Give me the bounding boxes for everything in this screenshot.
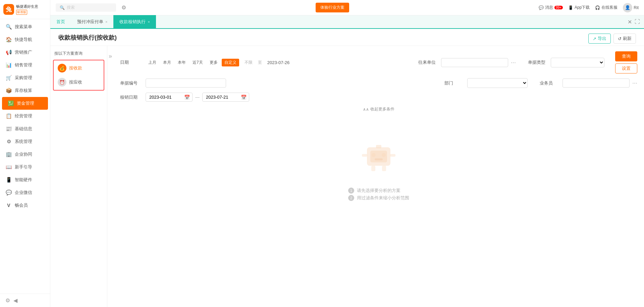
settings-btn[interactable]: 设置 (615, 63, 637, 73)
sidebar-item-guide[interactable]: 📖 新手引导 (0, 161, 50, 173)
sidebar-item-purchase[interactable]: 🛒 采购管理 (0, 71, 50, 84)
dept-select[interactable] (467, 78, 528, 88)
refresh-icon: ↺ (618, 36, 622, 41)
user-name: Rit (634, 5, 639, 10)
filter-option-receipt[interactable]: 💰 按收款 (55, 62, 102, 74)
date-btn-custom[interactable]: 自定义 (222, 59, 239, 66)
receivable-icon: ⏰ (58, 78, 66, 87)
quick-nav-icon: 🏠 (5, 37, 12, 43)
sidebar-label-wechat: 企业微信 (15, 190, 32, 196)
query-btn[interactable]: 查询 (615, 51, 637, 61)
date-value: 2023-07-26 (267, 60, 290, 65)
svg-rect-8 (371, 166, 375, 171)
calendar-start-icon[interactable]: 📅 (184, 95, 190, 100)
tab1-close-icon[interactable]: × (105, 20, 107, 24)
main-area: 🔍 搜索 ⚙ 体验行业方案 💬 消息 99+ 📱 App下载 🎧 在线客服 👤 … (50, 0, 644, 307)
sidebar-item-marketing[interactable]: 📢 营销推广 (0, 46, 50, 59)
filter-option-receivable[interactable]: ⏰ 按应收 (55, 76, 102, 89)
sidebar-item-finance[interactable]: 💹 资金管理 (2, 97, 48, 110)
date-btn-7days[interactable]: 近7天 (190, 59, 206, 66)
writeoff-end-wrap: 📅 (202, 93, 249, 102)
sidebar-item-sales[interactable]: 📊 销售管理 (0, 59, 50, 71)
sidebar-item-wechat[interactable]: 💬 企业微信 (0, 186, 50, 199)
sidebar-label-marketing: 营销推广 (15, 49, 32, 55)
doc-type-field-wrap: 单据类型 (528, 58, 604, 67)
page-actions: ↗ 导出 ↺ 刷新 (588, 34, 636, 44)
doc-no-input[interactable] (146, 79, 226, 88)
sidebar: 兔 畅捷通好生意 标准版 🔍 搜索菜单 🏠 快捷导航 📢 营销推广 📊 销售管理… (0, 0, 50, 307)
query-form: 日期 上月 本月 本年 近7天 更多 自定义 不限 至 2023-07-26 往… (113, 46, 644, 307)
tab-home[interactable]: 首页 (50, 15, 71, 29)
empty-state: 1 请先选择要分析的方案 2 用过滤条件来缩小分析范围 (120, 115, 637, 222)
sidebar-item-basic-info[interactable]: 📰 基础信息 (0, 122, 50, 135)
sidebar-item-search-menu[interactable]: 🔍 搜索菜单 (0, 20, 50, 33)
date-quick-btns: 上月 本月 本年 近7天 更多 自定义 (146, 59, 239, 66)
calendar-end-icon[interactable]: 📅 (241, 95, 247, 100)
page-title: 收款核销执行(按收款) (58, 34, 636, 42)
collapse-sidebar-icon[interactable]: ◀ (13, 297, 17, 304)
sidebar-item-enterprise[interactable]: 🏢 企业协同 (0, 148, 50, 161)
staff-more-icon[interactable]: ··· (632, 80, 637, 87)
doc-type-select[interactable] (551, 58, 604, 67)
sidebar-label-operations: 经营管理 (15, 113, 32, 119)
sidebar-item-smart-hw[interactable]: 📱 智能硬件 (0, 173, 50, 186)
tabs-actions: ✕ ⛶ (628, 19, 644, 25)
party-input[interactable] (441, 58, 508, 67)
filter-row-2: 单据编号 部门 业务员 ··· (120, 78, 637, 88)
close-window-icon[interactable]: ✕ (628, 19, 632, 25)
search-placeholder: 搜索 (67, 5, 75, 10)
logo-icon: 兔 (3, 4, 14, 15)
user-area[interactable]: 👤 Rit (623, 3, 639, 12)
date-btn-thismonth[interactable]: 本月 (160, 59, 174, 66)
topbar-search[interactable]: 🔍 搜索 (56, 3, 116, 12)
panel-collapse-btn[interactable]: » (107, 46, 113, 307)
refresh-btn[interactable]: ↺ 刷新 (613, 34, 636, 44)
export-btn[interactable]: ↗ 导出 (588, 34, 611, 44)
message-btn[interactable]: 💬 消息 99+ (539, 5, 563, 10)
writeoff-date-label: 核销日期 (120, 94, 140, 100)
sidebar-label-quick-nav: 快捷导航 (15, 37, 32, 43)
sidebar-item-quick-nav[interactable]: 🏠 快捷导航 (0, 33, 50, 46)
tab2-close-icon[interactable]: × (148, 20, 150, 24)
maximize-icon[interactable]: ⛶ (635, 19, 640, 25)
sidebar-item-system[interactable]: ⚙ 系统管理 (0, 135, 50, 148)
sidebar-item-inventory[interactable]: 📦 库存核算 (0, 84, 50, 97)
date-label: 日期 (120, 59, 140, 65)
date-btn-thisyear[interactable]: 本年 (175, 59, 189, 66)
party-more-icon[interactable]: ··· (511, 59, 516, 66)
date-btn-lastmonth[interactable]: 上月 (146, 59, 159, 66)
sidebar-item-operations[interactable]: 📋 经营管理 (0, 110, 50, 122)
svg-rect-5 (376, 145, 381, 148)
settings-footer-icon[interactable]: ⚙ (5, 297, 10, 304)
svg-rect-9 (382, 166, 386, 171)
tab-writeoff[interactable]: 收款核销执行 × (113, 15, 156, 29)
collapse-label: 收起更多条件 (370, 106, 394, 112)
online-service-btn[interactable]: 🎧 在线客服 (595, 5, 618, 10)
staff-input[interactable] (562, 79, 630, 88)
app-download-btn[interactable]: 📱 App下载 (568, 5, 590, 10)
marketing-icon: 📢 (5, 49, 12, 55)
date-btn-more[interactable]: 更多 (207, 59, 220, 66)
tip2-num: 2 (348, 195, 354, 201)
sidebar-item-member[interactable]: V 畅会员 (0, 199, 50, 212)
doc-type-label: 单据类型 (528, 59, 548, 65)
chevron-up-icon: ∧∧ (363, 107, 369, 112)
sidebar-label-system: 系统管理 (15, 139, 32, 145)
date-no-limit: 不限 (245, 60, 253, 65)
guide-icon: 📖 (5, 164, 12, 170)
sidebar-label-smart-hw: 智能硬件 (15, 177, 32, 183)
svg-point-2 (372, 153, 376, 157)
collapse-conditions-btn[interactable]: ∧∧ 收起更多条件 (363, 106, 394, 112)
message-badge: 99+ (554, 6, 563, 9)
filter-option-receipt-label: 按收款 (69, 65, 82, 71)
search-icon-topbar: 🔍 (60, 5, 65, 10)
solution-btn[interactable]: 体验行业方案 (316, 3, 349, 12)
tab-prepay[interactable]: 预付冲应付单 × (71, 15, 113, 29)
empty-tip-2: 2 用过滤条件来缩小分析范围 (348, 195, 409, 201)
tabs-bar: 首页 预付冲应付单 × 收款核销执行 × ✕ ⛶ (50, 15, 644, 29)
collapse-conditions: ∧∧ 收起更多条件 (120, 106, 637, 112)
wechat-icon: 💬 (5, 190, 12, 196)
tip1-num: 1 (348, 188, 354, 194)
gear-icon-topbar[interactable]: ⚙ (121, 4, 126, 11)
filter-panel: 按以下方案查询 💰 按收款 ⏰ 按应收 (50, 46, 107, 307)
